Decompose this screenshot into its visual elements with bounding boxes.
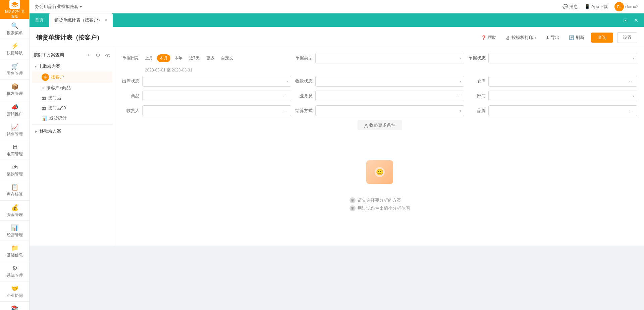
tree-item-by-customer[interactable]: 客 按客户 [32, 71, 112, 83]
salesperson-input[interactable]: ··· [315, 91, 464, 101]
sidebar-item-ecommerce[interactable]: 🖥 电商管理 [0, 140, 29, 160]
receipt-status-arrow-icon: ▾ [460, 80, 461, 83]
sidebar-item-base[interactable]: 📁 基础信息 [0, 241, 29, 261]
tab-active-label: 销货单统计表（按客户） [54, 17, 102, 23]
date-btn-year[interactable]: 本年 [172, 54, 185, 62]
brand-more-icon: ··· [629, 108, 634, 113]
sidebar-item-shortcut[interactable]: ⚡ 快捷导航 [0, 39, 29, 59]
newbie-icon: 📚 [11, 305, 18, 310]
tab-close-icon[interactable]: × [105, 18, 107, 22]
page-title: 销货单统计表（按客户） [36, 34, 103, 42]
user-avatar: Ea [614, 2, 624, 11]
left-panel-collapse-btn[interactable]: ≪ [104, 51, 111, 59]
date-btn-last-month[interactable]: 上月 [142, 54, 156, 62]
finance-icon: 💰 [11, 204, 18, 211]
left-panel-add-btn[interactable]: + [85, 51, 92, 59]
sidebar-item-inventory-label: 库存核算 [7, 192, 23, 197]
sidebar-item-search-label: 搜索菜单 [7, 31, 23, 35]
industry-selector[interactable]: 办公用品行业模拟账套 ▾ [35, 4, 82, 10]
tree-item-by-goods99-label: 按商品99 [48, 105, 66, 111]
print-label: 按模板打印 [512, 35, 533, 41]
tab-active[interactable]: 销货单统计表（按客户） × [49, 13, 113, 27]
close-window-icon: ✕ [634, 17, 638, 23]
sidebar-item-marketing[interactable]: 📣 营销推广 [0, 100, 29, 120]
tree-item-by-customer-goods[interactable]: ≡ 按客户+商品 [32, 83, 112, 93]
department-label: 部门 [468, 93, 486, 99]
system-icon: ⚙ [12, 265, 17, 272]
main-area: 办公用品行业模拟账套 ▾ 💬 消息 📱 App下载 Ea demo2 首页 [30, 0, 644, 310]
retail-icon: 🛒 [11, 63, 18, 70]
print-arrow-icon: ▾ [535, 36, 536, 40]
settlement-input[interactable]: ▾ [315, 105, 464, 116]
sidebar-item-wholesale[interactable]: 📦 批发管理 [0, 80, 29, 100]
sidebar-item-sales[interactable]: 📈 销售管理 [0, 120, 29, 140]
help-btn[interactable]: ❓ 帮助 [478, 33, 499, 42]
tree-item-by-goods[interactable]: ▦ 按商品 [32, 93, 112, 103]
sidebar-item-finance-label: 资金管理 [7, 212, 23, 217]
date-btn-current-month[interactable]: 本月 [157, 54, 170, 62]
app-download-btn[interactable]: 📱 App下载 [585, 4, 608, 10]
empty-state-image: 😐 [363, 157, 396, 191]
receiver-label: 收货人 [122, 108, 140, 114]
doc-status-input[interactable]: ▾ [488, 53, 637, 63]
sidebar-item-finance[interactable]: 💰 资金管理 [0, 201, 29, 221]
filter-doc-status-field: 单据状态 ▾ [468, 53, 637, 63]
sidebar-item-retail-label: 零售管理 [7, 71, 23, 76]
tree-item-return-stats-label: 退货统计 [49, 115, 67, 121]
empty-hint-1-text: 请先选择要分析的方案 [358, 197, 401, 203]
doc-type-input[interactable]: ▾ [315, 53, 464, 63]
filter-date-row: 单据日期 上月 本月 本年 近7天 更多 自定义 [122, 53, 637, 63]
sidebar-item-purchase[interactable]: 🛍 采购管理 [0, 160, 29, 180]
tree-mobile-group-header[interactable]: ▶ 移动端方案 [32, 126, 112, 136]
sidebar-item-sales-label: 销售管理 [7, 132, 23, 137]
receiver-input[interactable]: ··· [142, 105, 291, 116]
export-btn[interactable]: ⬇ 导出 [543, 33, 562, 42]
export-label: 导出 [551, 35, 559, 41]
filter-settlement-field: 结算方式 ▾ [295, 105, 464, 116]
filter-goods-field: 商品 ··· [122, 91, 291, 101]
department-input[interactable]: ▾ [488, 91, 637, 101]
date-btn-custom[interactable]: 自定义 [218, 54, 236, 62]
warehouse-input[interactable]: ··· [488, 76, 637, 87]
date-btn-7days[interactable]: 近7天 [186, 54, 202, 62]
sidebar-item-newbie[interactable]: 📚 新手引导 [0, 302, 29, 310]
message-btn[interactable]: 💬 消息 [562, 4, 578, 10]
mobile-group-arrow-icon: ▶ [35, 130, 38, 133]
inventory-icon: 📋 [11, 184, 18, 191]
app-name: 畅捷通好生意 [5, 9, 25, 14]
sidebar-item-system[interactable]: ⚙ 系统管理 [0, 261, 29, 281]
filter-brand-field: 品牌 ··· [468, 105, 637, 116]
filter-doc-type-field: 单据类型 ▾ [295, 53, 464, 63]
collapse-btn[interactable]: ⋀ 收起更多条件 [358, 120, 402, 130]
tree-pc-group-header[interactable]: ▾ 电脑端方案 [32, 61, 112, 71]
sidebar-item-retail[interactable]: 🛒 零售管理 [0, 59, 29, 80]
tab-home[interactable]: 首页 [30, 13, 49, 27]
brand-input[interactable]: ··· [488, 105, 637, 116]
empty-hint-1: ① 请先选择要分析的方案 [350, 197, 410, 203]
settings-button[interactable]: 设置 [617, 32, 637, 43]
right-panel: 单据日期 上月 本月 本年 近7天 更多 自定义 [115, 47, 644, 246]
sidebar-item-wholesale-label: 批发管理 [7, 91, 23, 96]
tree-item-by-goods99[interactable]: ▦ 按商品99 [32, 103, 112, 113]
print-btn[interactable]: 🖨 按模板打印 ▾ [503, 33, 539, 42]
sidebar-item-enterprise[interactable]: 🤝 企业协同 [0, 281, 29, 302]
goods-input[interactable]: ··· [142, 91, 291, 101]
warehouse-more-icon: ··· [629, 79, 634, 84]
user-profile-btn[interactable]: Ea demo2 [614, 2, 639, 11]
sidebar-item-search[interactable]: 🔍 搜索菜单 [0, 19, 29, 39]
query-button[interactable]: 查询 [591, 33, 613, 43]
ecommerce-icon: 🖥 [12, 144, 18, 151]
industry-arrow-icon: ▾ [80, 4, 82, 9]
tree-item-return-stats[interactable]: 📊 退货统计 [32, 113, 112, 123]
left-panel-settings-btn[interactable]: ⚙ [94, 51, 102, 59]
sidebar-item-inventory[interactable]: 📋 库存核算 [0, 180, 29, 200]
tab-restore-btn[interactable]: ⊡ [621, 16, 629, 24]
refresh-btn[interactable]: 🔄 刷新 [566, 33, 587, 42]
receipt-status-input[interactable]: ▾ [315, 76, 464, 87]
sidebar-item-operation[interactable]: 📊 经营管理 [0, 221, 29, 241]
out-status-input[interactable]: ▾ [142, 76, 291, 87]
tab-bar: 首页 销货单统计表（按客户） × ⊡ ✕ [30, 13, 644, 27]
date-btn-more[interactable]: 更多 [204, 54, 217, 62]
logo-icon [9, 0, 20, 9]
tab-close-window-btn[interactable]: ✕ [632, 16, 640, 24]
